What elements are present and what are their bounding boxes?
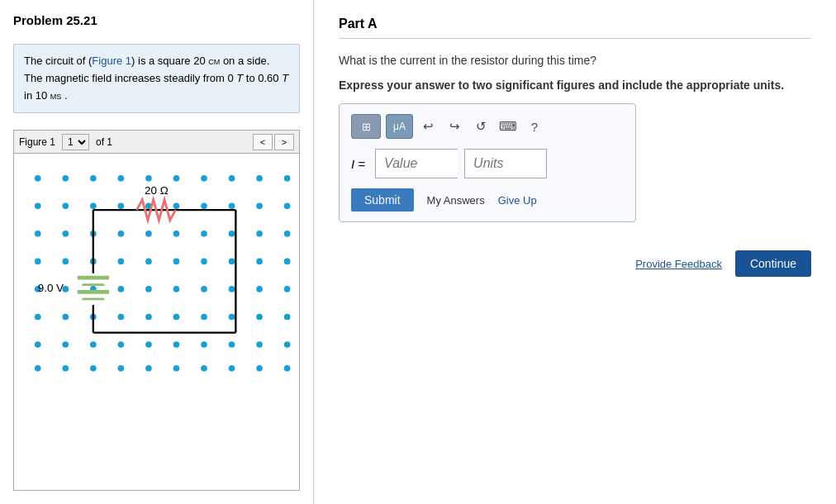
undo-icon[interactable]: ↩ [418,116,439,137]
figure-panel: Figure 1 1 of 1 < > [13,130,300,491]
fractions-button[interactable]: ⊞ [351,114,381,139]
circuit-svg: 20 Ω 9.0 V [14,154,299,385]
svg-rect-85 [78,276,109,280]
svg-point-61 [62,342,69,349]
answer-box: ⊞ μA ↩ ↪ ↺ ⌨ ? I = Submit My Answers Giv… [339,103,636,222]
svg-point-67 [229,342,235,349]
svg-point-65 [173,342,180,349]
svg-point-28 [256,231,263,237]
svg-point-3 [118,175,125,182]
svg-point-72 [90,365,97,372]
svg-point-30 [35,259,41,265]
svg-point-34 [145,259,152,265]
help-icon[interactable]: ? [524,116,545,137]
svg-point-29 [284,231,291,237]
figure-next-button[interactable]: > [274,134,294,150]
svg-point-26 [201,231,207,237]
svg-point-12 [90,203,97,210]
svg-point-23 [118,231,125,237]
i-label: I = [351,157,365,171]
units-input[interactable] [464,149,547,178]
svg-point-74 [145,365,152,372]
svg-point-6 [201,175,207,182]
provide-feedback-link[interactable]: Provide Feedback [635,258,722,270]
svg-rect-86 [82,284,104,287]
svg-point-64 [145,342,152,349]
svg-point-1 [62,175,69,182]
problem-description: The circuit of (Figure 1) is a square 20… [13,44,300,113]
svg-point-20 [35,231,41,237]
svg-point-79 [284,365,291,372]
svg-point-57 [229,314,235,321]
circuit-area: 20 Ω 9.0 V [14,154,299,385]
svg-point-69 [284,342,291,349]
svg-point-44 [145,287,152,293]
svg-point-7 [229,175,235,182]
part-title: Part A [339,17,811,39]
svg-rect-88 [82,298,104,301]
svg-point-4 [145,175,152,182]
svg-point-62 [90,342,97,349]
svg-point-59 [284,314,291,321]
svg-point-8 [256,175,263,182]
svg-point-66 [201,342,207,349]
svg-point-2 [90,175,97,182]
units-icon: μA [393,121,406,132]
figure-prev-button[interactable]: < [253,134,273,150]
svg-point-43 [118,287,125,293]
continue-button[interactable]: Continue [735,250,811,277]
svg-point-33 [118,259,125,265]
value-input[interactable] [375,149,458,178]
svg-point-76 [201,365,207,372]
svg-point-60 [35,342,41,349]
units-button[interactable]: μA [386,114,413,139]
svg-point-49 [284,287,291,293]
svg-point-39 [284,259,291,265]
svg-point-35 [173,259,180,265]
figure-of: of 1 [96,136,112,148]
svg-point-78 [256,365,263,372]
redo-icon[interactable]: ↪ [444,116,466,137]
svg-point-9 [284,175,291,182]
figure-link[interactable]: Figure 1 [92,55,131,67]
svg-point-73 [118,365,125,372]
my-answers-label: My Answers [427,194,485,207]
svg-point-68 [256,342,263,349]
svg-point-51 [62,314,69,321]
resistor-label: 20 Ω [145,184,169,197]
figure-select[interactable]: 1 [62,134,89,150]
svg-point-75 [173,365,180,372]
submit-button[interactable]: Submit [351,188,414,212]
question-text: What is the current in the resistor duri… [339,54,811,67]
svg-point-55 [173,314,180,321]
svg-point-19 [284,203,291,210]
svg-point-21 [62,231,69,237]
svg-point-58 [256,314,263,321]
problem-title: Problem 25.21 [13,13,300,27]
express-text: Express your answer to two significant f… [339,78,811,92]
svg-point-36 [201,259,207,265]
reset-icon[interactable]: ↺ [471,116,492,137]
svg-point-38 [256,259,263,265]
svg-point-70 [35,365,41,372]
svg-point-5 [173,175,180,182]
svg-point-46 [201,287,207,293]
svg-point-13 [118,203,125,210]
keyboard-icon[interactable]: ⌨ [497,116,519,137]
svg-point-48 [256,287,263,293]
svg-point-53 [118,314,125,321]
bottom-row: Provide Feedback Continue [339,250,811,277]
svg-point-56 [201,314,207,321]
svg-point-17 [229,203,235,210]
svg-point-0 [35,175,41,182]
svg-point-24 [145,231,152,237]
svg-point-25 [173,231,180,237]
svg-point-63 [118,342,125,349]
svg-point-31 [62,259,69,265]
svg-point-18 [256,203,263,210]
svg-point-71 [62,365,69,372]
give-up-link[interactable]: Give Up [498,194,537,207]
battery-label: 9.0 V [38,282,64,294]
figure-label: Figure 1 [19,136,55,148]
left-panel: Problem 25.21 The circuit of (Figure 1) … [0,0,314,504]
